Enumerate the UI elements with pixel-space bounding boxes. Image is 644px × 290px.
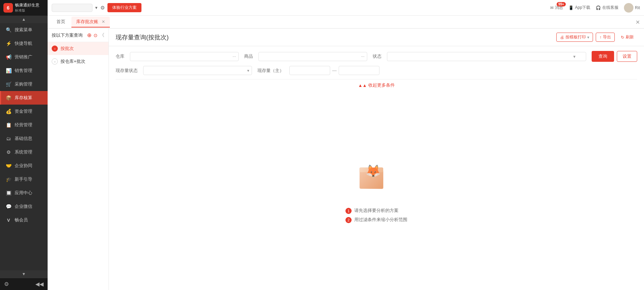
goods-input-wrap: ··· [258,52,367,61]
print-dropdown-icon[interactable]: ▾ [587,35,589,40]
topbar-gear-icon[interactable]: ⚙ [100,5,105,11]
online-service-button[interactable]: 🎧 在线客服 [596,5,618,11]
status-select-wrap: ▾ [387,52,586,61]
sidebar-item-wechat[interactable]: 💬 企业微信 [0,200,48,213]
collapse-sidebar-icon[interactable]: ◀◀ [35,281,44,287]
collapse-up-icon: ▲▲ [358,83,367,88]
purchase-icon: 🛒 [5,81,12,88]
inventory-qty-min-input[interactable] [289,66,330,75]
filter-row-1: 仓库 ··· 商品 ··· 状态 ▾ [116,51,637,62]
inventory-qty-label: 现存量（主） [257,68,284,74]
sidebar-nav: 🔍 搜索菜单 ⚡ 快捷导航 📢 营销推广 📊 销售管理 🛒 采购管理 📦 库存核… [0,23,48,270]
sidebar-item-apps[interactable]: 🔲 应用中心 [0,186,48,200]
content-area: 按以下方案查询 ⊕ ⊙ 《 ○ 按批次 ○ 按仓库+批次 现存量查询(按批次) [48,29,644,290]
sidebar: 6 畅康通好生意 标准版 ▲ 🔍 搜索菜单 ⚡ 快捷导航 📢 营销推广 📊 销售… [0,0,48,290]
warehouse-input[interactable] [130,52,239,61]
app-version: 标准版 [15,8,39,13]
collapse-panel-icon[interactable]: 《 [100,32,104,38]
refresh-button[interactable]: ↻ 刷新 [617,33,637,41]
hint-item-1: 1 请先选择要分析的方案 [345,207,407,214]
hint-num-2: 2 [345,217,352,223]
add-plan-icon[interactable]: ⊕ [87,32,91,38]
inventory-qty-max-input[interactable] [339,66,379,75]
status-select[interactable]: ▾ [387,52,586,61]
inventory-icon: 📦 [5,94,12,101]
export-button[interactable]: ↑ 导出 [596,33,615,42]
sidebar-item-basic[interactable]: 🗂 基础信息 [0,132,48,145]
warehouse-label: 仓库 [116,53,124,59]
goods-label: 商品 [244,53,253,59]
sidebar-item-inventory[interactable]: 📦 库存核算 [0,91,48,105]
sidebar-item-finance[interactable]: 💰 资金管理 [0,105,48,118]
sidebar-header: 6 畅康通好生意 标准版 [0,0,48,16]
settings-filter-button[interactable]: 设置 [617,51,637,62]
system-icon: ⚙ [5,149,12,156]
trial-button[interactable]: 体验行业方案 [107,3,141,12]
empty-hints: 1 请先选择要分析的方案 2 用过滤条件来缩小分析范围 [345,207,407,223]
messages-button[interactable]: ✉ 消息 99+ [550,5,563,11]
sales-icon: 📊 [5,67,12,74]
guide-icon: 🎓 [5,176,12,183]
export-icon: ↑ [599,35,601,40]
collapse-filter-button[interactable]: ▲▲ 收起更多条件 [116,79,637,91]
settings-footer-icon[interactable]: ⚙ [4,281,9,287]
warehouse-input-wrap: ··· [130,52,239,61]
query-button[interactable]: 查询 [592,51,614,62]
inventory-qty-range: — [289,66,379,75]
sidebar-item-quick-nav[interactable]: ⚡ 快捷导航 [0,37,48,50]
left-panel-header: 按以下方案查询 ⊕ ⊙ 《 [48,29,108,42]
plan-item-by-batch[interactable]: ○ 按批次 [48,42,108,55]
topbar-search-input[interactable] [52,4,92,12]
plan-item-by-warehouse-batch[interactable]: ○ 按仓库+批次 [48,55,108,68]
print-button[interactable]: 🖨 按模板打印 ▾ [556,33,593,42]
sidebar-item-members[interactable]: V 畅会员 [0,213,48,227]
sidebar-item-sales[interactable]: 📊 销售管理 [0,64,48,77]
tab-inventory-batch[interactable]: 库存批次账 ✕ [71,17,110,28]
plan-inactive-dot: ○ [52,58,58,65]
left-panel-actions: ⊕ ⊙ 《 [87,32,104,38]
status-label: 状态 [373,53,382,59]
sidebar-footer: ⚙ ◀◀ [0,278,48,290]
sidebar-scroll-down[interactable]: ▼ [0,270,48,278]
goods-input-more-icon[interactable]: ··· [361,54,365,59]
topbar-right: ✉ 消息 99+ 📱 App下载 🎧 在线客服 Rit [550,3,640,13]
topbar: ▾ ⚙ 体验行业方案 ✉ 消息 99+ 📱 App下载 🎧 在线客服 Rit [48,0,644,16]
tabbar-close-icon[interactable]: ✕ [635,19,640,25]
apps-icon: 🔲 [5,189,12,196]
app-download-icon: 📱 [569,5,574,10]
enterprise-icon: 🤝 [5,162,12,169]
sidebar-item-purchase[interactable]: 🛒 采购管理 [0,77,48,91]
plan-active-dot: ○ [52,46,58,52]
goods-input[interactable] [258,52,367,61]
user-profile-button[interactable]: Rit [624,3,640,13]
quick-nav-icon: ⚡ [5,40,12,47]
hint-item-2: 2 用过滤条件来缩小分析范围 [345,217,407,223]
filter-area: 仓库 ··· 商品 ··· 状态 ▾ [109,46,644,93]
plan-settings-icon[interactable]: ⊙ [94,33,98,38]
inventory-status-select[interactable] [143,66,252,75]
sidebar-item-marketing[interactable]: 📢 营销推广 [0,50,48,64]
sidebar-item-enterprise[interactable]: 🤝 企业协同 [0,159,48,173]
sidebar-scroll-up[interactable]: ▲ [0,16,48,23]
finance-icon: 💰 [5,108,12,115]
topbar-dropdown-icon[interactable]: ▾ [95,5,98,10]
sidebar-item-operations[interactable]: 📋 经营管理 [0,118,48,132]
basic-icon: 🗂 [5,135,12,142]
user-avatar [624,3,633,13]
sidebar-item-search[interactable]: 🔍 搜索菜单 [0,23,48,37]
tabbar: 首页 库存批次账 ✕ ✕ [48,16,644,29]
members-icon: V [5,217,12,223]
tab-home[interactable]: 首页 [52,17,70,28]
operations-icon: 📋 [5,122,12,128]
left-panel-title: 按以下方案查询 [52,32,83,38]
messages-icon: ✉ [550,5,554,10]
filter-row-2: 现存量状态 ▾ 现存量（主） — [116,66,637,75]
empty-state: 🦊 1 请先选择要分析的方案 2 用过滤条件来缩小分析范围 [109,93,644,290]
sidebar-item-system[interactable]: ⚙ 系统管理 [0,145,48,159]
inventory-status-label: 现存量状态 [116,68,138,74]
tab-close-icon[interactable]: ✕ [102,19,105,24]
warehouse-input-more-icon[interactable]: ··· [233,54,236,59]
app-download-button[interactable]: 📱 App下载 [569,5,590,11]
app-name: 畅康通好生意 [15,3,39,8]
sidebar-item-guide[interactable]: 🎓 新手引导 [0,173,48,186]
